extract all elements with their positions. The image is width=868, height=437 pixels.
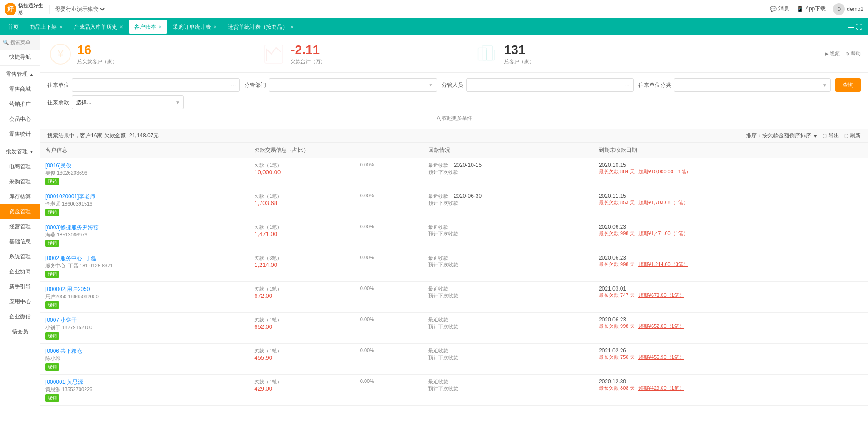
sidebar-item-retail-stats[interactable]: 零售统计 xyxy=(0,127,40,142)
filter-select-department[interactable] xyxy=(269,78,437,92)
filter-select-balance[interactable]: 选择... xyxy=(72,95,184,109)
sidebar-item-app-center[interactable]: 应用中心 xyxy=(0,294,40,309)
filter-input-source-unit[interactable]: ··· xyxy=(72,78,240,92)
overdue-amount-link[interactable]: 超期¥10,000.00（1笔） xyxy=(638,169,691,174)
debt-amount: 455.90 xyxy=(254,354,349,361)
sidebar-item-system-mgmt[interactable]: 系统管理 xyxy=(0,249,40,264)
sidebar-item-chang-member[interactable]: 畅会员 xyxy=(0,324,40,339)
last-collect: 最近收款 xyxy=(428,255,588,261)
sidebar-item-member-center[interactable]: 会员中心 xyxy=(0,112,40,127)
filter-manager: 分管人员 ··· xyxy=(442,78,634,92)
overdue-info: 最长欠款 998 天 超期¥1,214.00（3笔） xyxy=(599,261,863,268)
debt-pct-cell: 0.00% xyxy=(355,375,423,406)
tab-product-shelf[interactable]: 商品上下架 ✕ xyxy=(24,20,68,34)
sidebar-item-enterprise-wechat[interactable]: 企业微信 xyxy=(0,309,40,324)
collapse-button[interactable]: ⋀ 收起更多条件 xyxy=(437,115,472,121)
debt-amount: 1,214.00 xyxy=(254,261,349,268)
sidebar-item-inventory[interactable]: 库存核算 xyxy=(0,189,40,204)
tab-purchase-product-stats[interactable]: 进货单统计表（按商品） ✕ xyxy=(222,20,299,34)
nav-tabs: 首页 商品上下架 ✕ 产成品入库单历史 ✕ 客户账本 ✕ 采购订单统计表 ✕ 进… xyxy=(0,18,868,35)
debt-info-cell: 欠款（1笔） 652.00 xyxy=(249,313,354,344)
customer-name-link[interactable]: [0007]小饼干 xyxy=(45,317,77,323)
sidebar-item-beginner-guide[interactable]: 新手引导 xyxy=(0,279,40,294)
stat-info-debt-customers: 16 总欠款客户（家） xyxy=(77,43,117,65)
top-bar-left: 好 畅捷通好生意 母婴行业演示账套 xyxy=(5,3,106,15)
last-collect: 最近收款 xyxy=(428,316,588,323)
customer-tag: 现销 xyxy=(45,394,59,402)
overdue-amount-link[interactable]: 超期¥652.00（1笔） xyxy=(638,323,684,329)
overdue-amount-link[interactable]: 超期¥1,214.00（3笔） xyxy=(638,261,688,267)
app-download-button[interactable]: 📱 App下载 xyxy=(797,5,826,13)
collection-cell: 最近收款 预计下次收款 xyxy=(423,313,593,344)
sidebar-item-retail-mgmt[interactable]: 零售管理 ▲ xyxy=(0,67,40,82)
customer-name-link[interactable]: [0003]畅捷服务尹海燕 xyxy=(45,224,99,231)
close-icon[interactable]: ✕ xyxy=(59,25,63,30)
customer-info-cell: [000002]用户2050 用户2050 18665062050 现销 xyxy=(40,282,249,313)
table-row: [0003]畅捷服务尹海燕 海燕 18513066976 现销 欠款（1笔） 1… xyxy=(40,220,868,251)
debt-amount: 652.00 xyxy=(254,323,349,330)
sort-button[interactable]: 排序：按欠款金额倒序排序 ▼ xyxy=(746,132,818,140)
close-icon[interactable]: ✕ xyxy=(158,25,162,30)
overdue-amount-link[interactable]: 超期¥672.00（1笔） xyxy=(638,292,684,298)
filter-input-manager[interactable]: ··· xyxy=(466,78,634,92)
sidebar-item-business-mgmt[interactable]: 经营管理 xyxy=(0,219,40,234)
sidebar-item-ecommerce[interactable]: 电商管理 xyxy=(0,159,40,174)
debt-amount: 1,703.68 xyxy=(254,200,349,206)
debt-pct-cell: 0.00% xyxy=(355,282,423,313)
refresh-button[interactable]: 刷新 xyxy=(844,132,861,140)
maximize-icon[interactable]: ⛶ xyxy=(856,23,862,30)
customer-name-link[interactable]: [000002]用户2050 xyxy=(45,286,90,292)
table-header-row: 客户信息 欠款交易信息（占比） 回款情况 到期未收款日期 xyxy=(40,143,868,158)
overdue-amount-link[interactable]: 超期¥455.90（1笔） xyxy=(638,354,684,360)
debt-desc: 欠款（1笔） xyxy=(254,347,349,354)
sidebar-item-retail-mall[interactable]: 零售商城 xyxy=(0,82,40,97)
minimize-icon[interactable]: — xyxy=(848,23,854,30)
sidebar-item-finance[interactable]: 资金管理 xyxy=(0,204,40,219)
overdue-amount-link[interactable]: 超期¥1,703.68（1笔） xyxy=(638,200,688,205)
customer-name-link[interactable]: [0006]去下粮仓 xyxy=(45,348,82,354)
help-button[interactable]: ⊙ 帮助 xyxy=(845,50,861,57)
last-collect: 最近收款 2020-10-15 xyxy=(428,162,588,169)
table-row: [000002]用户2050 用户2050 18665062050 现销 欠款（… xyxy=(40,282,868,313)
due-date-cell: 2020.06.23 最长欠款 998 天 超期¥1,471.00（1笔） xyxy=(593,220,868,251)
sidebar-item-wholesale-mgmt[interactable]: 批发管理 ▼ xyxy=(0,144,40,159)
close-icon[interactable]: ✕ xyxy=(213,25,217,30)
tab-purchase-order-stats[interactable]: 采购订单统计表 ✕ xyxy=(167,20,222,34)
video-help-button[interactable]: ▶ 视频 xyxy=(825,50,840,57)
user-menu[interactable]: D demo2 xyxy=(833,3,863,15)
debt-info-cell: 欠款（1笔） 1,703.68 xyxy=(249,189,354,220)
close-icon[interactable]: ✕ xyxy=(290,25,294,30)
sidebar-search[interactable]: 🔍 搜索菜单 xyxy=(0,35,40,50)
tab-home[interactable]: 首页 xyxy=(2,20,24,34)
last-collect: 最近收款 xyxy=(428,286,588,292)
customer-name-link[interactable]: [0001020001]李老师 xyxy=(45,193,95,200)
customer-phone: 陈小希 xyxy=(45,355,243,362)
customer-name-link[interactable]: [0002]服务中心_丁磊 xyxy=(45,255,96,261)
overdue-amount-link[interactable]: 超期¥1,471.00（1笔） xyxy=(638,231,688,236)
tab-customer-account[interactable]: 客户账本 ✕ xyxy=(129,20,167,34)
tab-inventory-history[interactable]: 产成品入库单历史 ✕ xyxy=(68,20,129,34)
filter-select-unit-category[interactable] xyxy=(674,78,831,92)
sidebar-item-purchase-mgmt[interactable]: 采购管理 xyxy=(0,174,40,189)
customer-name-link[interactable]: [0016]吴俊 xyxy=(45,162,71,169)
collection-cell: 最近收款 预计下次收款 xyxy=(423,220,593,251)
search-button[interactable]: 查询 xyxy=(835,78,861,92)
sidebar-item-marketing[interactable]: 营销推广 xyxy=(0,97,40,112)
export-button[interactable]: 导出 xyxy=(823,132,839,140)
customer-name-link[interactable]: [000001]黄思源 xyxy=(45,379,83,385)
stat-help-area: ▶ 视频 ⊙ 帮助 xyxy=(777,35,868,72)
top-bar-right: 💬 消息 📱 App下载 D demo2 xyxy=(770,3,863,15)
debt-pct-cell: 0.00% xyxy=(355,189,423,220)
overdue-amount-link[interactable]: 超期¥429.00（1笔） xyxy=(638,385,684,391)
close-icon[interactable]: ✕ xyxy=(120,25,123,30)
debt-amount: 429.00 xyxy=(254,385,349,392)
sidebar-item-enterprise-collab[interactable]: 企业协同 xyxy=(0,264,40,279)
message-button[interactable]: 💬 消息 xyxy=(770,5,789,13)
debt-total-icon xyxy=(262,43,285,65)
total-customers-icon xyxy=(476,43,499,65)
due-date-cell: 2020.06.23 最长欠款 998 天 超期¥652.00（1笔） xyxy=(593,313,868,344)
sidebar-item-basic-info[interactable]: 基础信息 xyxy=(0,234,40,249)
debt-pct: 0.00% xyxy=(360,378,418,384)
sidebar-item-quick-nav[interactable]: 快捷导航 xyxy=(0,50,40,65)
company-selector[interactable]: 母婴行业演示账套 xyxy=(53,5,106,13)
